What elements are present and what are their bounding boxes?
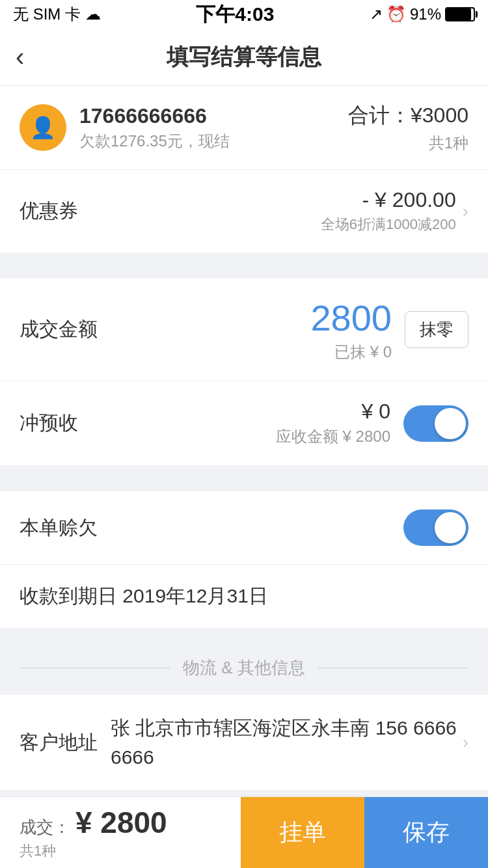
nav-bar: ‹ 填写结算等信息: [0, 29, 488, 86]
round-button[interactable]: 抹零: [405, 311, 468, 348]
save-button[interactable]: 保存: [364, 797, 488, 869]
divider-line-left: [20, 668, 170, 668]
customer-right: 合计：¥3000 共1种: [348, 102, 468, 154]
prepay-right: ¥ 0 应收金额 ¥ 2800: [276, 400, 468, 447]
bottom-bar: 成交： ¥ 2800 共1种 挂单 保存: [0, 796, 488, 868]
deal-amount-value: 2800: [310, 297, 392, 339]
credit-toggle-knob: [435, 512, 466, 543]
page-title: 填写结算等信息: [167, 42, 321, 72]
sim-label: 无 SIM 卡 ☁: [13, 4, 101, 25]
prepay-toggle[interactable]: [403, 405, 468, 442]
credit-toggle[interactable]: [403, 509, 468, 546]
address-value: 张 北京市市辖区海淀区永丰南 156 6666 6666: [111, 713, 463, 772]
bottom-deal-row: 成交： ¥ 2800: [20, 805, 221, 840]
bottom-left: 成交： ¥ 2800 共1种: [0, 805, 241, 861]
customer-phone: 17666666666: [79, 104, 230, 128]
chevron-right-icon: ›: [463, 201, 468, 222]
address-row[interactable]: 客户地址 张 北京市市辖区海淀区永丰南 156 6666 6666 ›: [0, 695, 488, 790]
credit-row: 本单赊欠: [0, 491, 488, 564]
deal-right: 2800 已抹 ¥ 0 抹零: [310, 297, 468, 362]
customer-info: 17666666666 欠款1276.35元，现结: [79, 104, 230, 152]
section-sep-2: [0, 478, 488, 491]
section-sep-1: [0, 265, 488, 278]
status-time: 下午4:03: [196, 1, 274, 28]
address-chevron-icon: ›: [463, 732, 468, 753]
coupon-right: - ¥ 200.00 全场6折满1000减200 ›: [321, 188, 468, 234]
battery-percent: 91%: [410, 5, 441, 23]
prepay-label: 冲预收: [20, 410, 78, 437]
coupon-desc: 全场6折满1000减200: [321, 215, 456, 234]
hold-button[interactable]: 挂单: [241, 797, 364, 869]
bottom-deal-count: 共1种: [20, 841, 221, 861]
customer-left: 👤 17666666666 欠款1276.35元，现结: [20, 104, 230, 152]
prepay-row: 冲预收 ¥ 0 应收金额 ¥ 2800: [0, 381, 488, 465]
logistics-divider: 物流 & 其他信息: [0, 641, 488, 695]
customer-row: 👤 17666666666 欠款1276.35元，现结 合计：¥3000 共1种: [0, 86, 488, 170]
address-card: 客户地址 张 北京市市辖区海淀区永丰南 156 6666 6666 ›: [0, 695, 488, 790]
deal-amount-row: 成交金额 2800 已抹 ¥ 0 抹零: [0, 278, 488, 381]
due-label: 收款到期日 2019年12月31日: [20, 585, 268, 606]
customer-card: 👤 17666666666 欠款1276.35元，现结 合计：¥3000 共1种…: [0, 86, 488, 252]
customer-sub: 欠款1276.35元，现结: [79, 131, 230, 152]
deal-amount-wrap: 2800 已抹 ¥ 0: [310, 297, 392, 362]
prepay-value: ¥ 0: [276, 400, 390, 424]
coupon-discount: - ¥ 200.00: [321, 188, 456, 212]
deal-sub: 已抹 ¥ 0: [310, 342, 392, 362]
credit-label: 本单赊欠: [20, 515, 98, 541]
total-count: 共1种: [348, 133, 468, 154]
status-left: 无 SIM 卡 ☁: [13, 4, 101, 25]
bottom-deal-label: 成交：: [20, 816, 70, 839]
deal-amount-card: 成交金额 2800 已抹 ¥ 0 抹零 冲预收 ¥ 0 应收金额 ¥ 2800: [0, 278, 488, 465]
avatar: 👤: [20, 104, 66, 151]
battery-icon: [445, 7, 475, 21]
toggle-knob: [435, 408, 466, 439]
status-bar: 无 SIM 卡 ☁ 下午4:03 ↗ ⏰ 91%: [0, 0, 488, 29]
address-label: 客户地址: [20, 729, 98, 756]
alarm-icon: ⏰: [386, 5, 406, 23]
credit-card: 本单赊欠 收款到期日 2019年12月31日: [0, 491, 488, 628]
back-button[interactable]: ‹: [16, 42, 24, 72]
deal-amount-label: 成交金额: [20, 316, 98, 343]
divider-line-right: [318, 668, 468, 668]
total-amount: 合计：¥3000: [348, 102, 468, 130]
coupon-row[interactable]: 优惠券 - ¥ 200.00 全场6折满1000减200 ›: [0, 170, 488, 252]
content-area: 👤 17666666666 欠款1276.35元，现结 合计：¥3000 共1种…: [0, 86, 488, 868]
logistics-divider-text: 物流 & 其他信息: [183, 657, 305, 679]
prepay-sub: 应收金额 ¥ 2800: [276, 426, 390, 447]
location-icon: ↗: [370, 5, 383, 23]
prepay-val-wrap: ¥ 0 应收金额 ¥ 2800: [276, 400, 390, 447]
status-right: ↗ ⏰ 91%: [370, 5, 475, 23]
bottom-deal-amount: ¥ 2800: [75, 805, 167, 840]
coupon-info: - ¥ 200.00 全场6折满1000减200: [321, 188, 456, 234]
coupon-label: 优惠券: [20, 198, 78, 224]
due-row: 收款到期日 2019年12月31日: [0, 564, 488, 628]
